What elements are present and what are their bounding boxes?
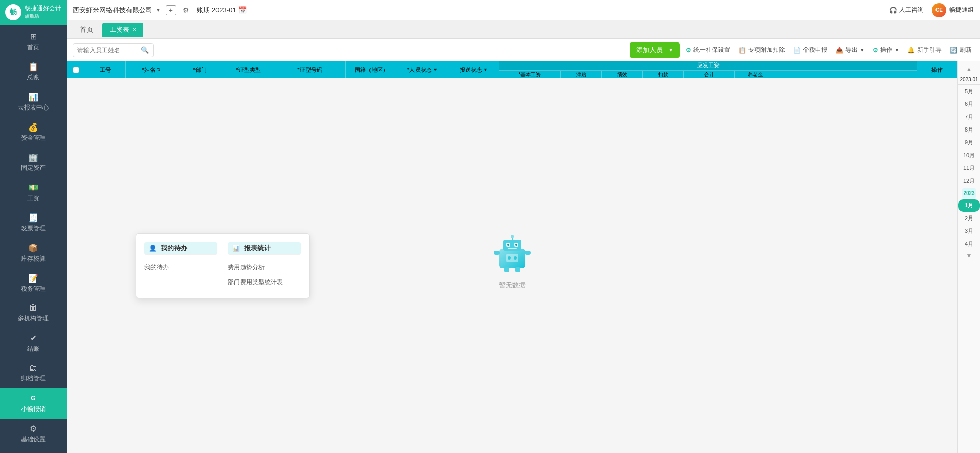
tabbar: 首页 工资表 × <box>67 20 980 39</box>
calendar-icon[interactable]: 📅 <box>238 6 247 14</box>
svg-point-7 <box>515 244 517 246</box>
sidebar-item-fund[interactable]: 💰 资金管理 <box>0 117 67 147</box>
sidebar-item-label: 资金管理 <box>21 134 46 142</box>
salary-group-label: 应发工资 <box>499 61 917 71</box>
dropdown-col2-title: 📊 报表统计 <box>228 242 301 255</box>
th-checkbox[interactable] <box>67 67 85 73</box>
sidebar-item-report[interactable]: 📊 云报表中心 <box>0 87 67 117</box>
dropdown-item-mywork[interactable]: 我的待办 <box>144 260 217 275</box>
period-display: 账期 2023-01 📅 <box>197 6 247 15</box>
topbar-right: 🎧 人工咨询 CE 畅捷通组 <box>889 3 974 17</box>
dropdown-item-dept-cost[interactable]: 部门费用类型统计表 <box>228 275 301 290</box>
month-item-5[interactable]: 5月 <box>958 85 980 98</box>
service-label: 人工咨询 <box>899 6 924 14</box>
sidebar-item-invoice[interactable]: 🧾 发票管理 <box>0 208 67 238</box>
th-report: 报送状态 ▼ <box>448 61 499 78</box>
select-all-checkbox[interactable] <box>73 67 79 73</box>
logo-text-block: 畅捷通好会计 旗舰版 <box>25 5 61 20</box>
svg-rect-10 <box>525 251 531 255</box>
operation-button[interactable]: ⚙ 操作 ▼ <box>870 46 901 54</box>
status-filter-icon[interactable]: ▼ <box>433 67 438 72</box>
th-idno: *证型号码 <box>274 61 346 78</box>
empty-text: 暂无数据 <box>499 281 526 290</box>
month-panel-down-arrow[interactable]: ▼ <box>964 250 974 262</box>
new-guide-button[interactable]: 🔔 新手引导 <box>905 46 944 54</box>
month-item-9[interactable]: 9月 <box>958 136 980 149</box>
tax-return-icon: 📄 <box>793 47 801 54</box>
sidebar-item-label: 税务管理 <box>21 285 46 293</box>
th-num: 工号 <box>85 61 126 78</box>
report-filter-icon[interactable]: ▼ <box>483 67 488 72</box>
sidebar-item-multi[interactable]: 🏛 多机构管理 <box>0 298 67 328</box>
sidebar-item-inventory[interactable]: 📦 库存核算 <box>0 238 67 268</box>
month-item-8[interactable]: 8月 <box>958 123 980 136</box>
tab-salary-table[interactable]: 工资表 × <box>102 23 143 37</box>
service-button[interactable]: 🎧 人工咨询 <box>889 6 924 14</box>
tab-salary-label: 工资表 <box>110 25 129 34</box>
sidebar-item-ledger[interactable]: 📋 总账 <box>0 57 67 87</box>
avatar: CE <box>932 3 946 17</box>
sidebar-item-asset[interactable]: 🏢 固定资产 <box>0 147 67 178</box>
logo-sub: 旗舰版 <box>25 13 61 20</box>
close-tab-icon[interactable]: × <box>133 26 136 33</box>
social-insurance-button[interactable]: ⚙ 统一社保设置 <box>684 46 732 54</box>
tax-return-button[interactable]: 📄 个税申报 <box>791 46 830 54</box>
sidebar-item-home[interactable]: ⊞ 首页 <box>0 27 67 57</box>
sidebar-nav: ⊞ 首页 📋 总账 📊 云报表中心 💰 资金管理 🏢 固定资产 💵 工资 🧾 发… <box>0 25 67 453</box>
social-insurance-label: 统一社保设置 <box>693 46 730 54</box>
sidebar-item-label: 工资 <box>27 194 39 203</box>
search-input[interactable] <box>77 47 139 54</box>
topbar: 西安虾米网络科技有限公司 ▼ + ⚙ 账期 2023-01 📅 🎧 人工咨询 C… <box>67 0 980 20</box>
dropdown-col1-title: 👤 我的待办 <box>144 242 217 255</box>
th-action: 操作 <box>917 61 957 78</box>
add-company-button[interactable]: + <box>166 5 176 15</box>
month-item-4[interactable]: 4月 <box>958 238 980 250</box>
sidebar-item-archive[interactable]: 🗂 归档管理 <box>0 358 67 388</box>
sidebar-item-tax[interactable]: 📝 税务管理 <box>0 268 67 298</box>
tab-home-label: 首页 <box>80 25 93 34</box>
svg-rect-12 <box>515 267 520 272</box>
sidebar-item-settle[interactable]: ✔ 结账 <box>0 328 67 358</box>
month-panel-up-arrow[interactable]: ▲ <box>964 63 974 75</box>
sidebar-item-basic[interactable]: ⚙ 基础设置 <box>0 419 67 449</box>
home-icon: ⊞ <box>30 32 37 41</box>
new-guide-icon: 🔔 <box>907 47 915 54</box>
sidebar-item-label: 云报表中心 <box>18 103 49 112</box>
dropdown-col-mywork: 👤 我的待办 我的待办 <box>144 242 217 290</box>
th-nation: 国籍（地区） <box>346 61 397 78</box>
month-item-11[interactable]: 11月 <box>958 162 980 175</box>
operation-arrow-icon: ▼ <box>895 48 899 53</box>
th-name: *姓名 ⇅ <box>126 61 177 78</box>
username: 畅捷通组 <box>949 6 974 14</box>
month-item-3[interactable]: 3月 <box>958 225 980 238</box>
special-deduct-button[interactable]: 📋 专项附加扣除 <box>736 46 787 54</box>
table-footer <box>67 445 957 453</box>
th-idtype: *证型类型 <box>223 61 274 78</box>
company-selector[interactable]: 西安虾米网络科技有限公司 ▼ <box>73 6 161 15</box>
name-sort-icon[interactable]: ⇅ <box>157 67 161 72</box>
dropdown-item-cost-trend[interactable]: 费用趋势分析 <box>228 260 301 275</box>
user-button[interactable]: CE 畅捷通组 <box>932 3 974 17</box>
social-insurance-icon: ⚙ <box>686 47 691 54</box>
settle-icon: ✔ <box>30 333 37 343</box>
month-item-6[interactable]: 6月 <box>958 98 980 111</box>
refresh-button[interactable]: 🔄 刷新 <box>948 46 974 54</box>
table-header-container: 工号 *姓名 ⇅ *部门 *证型类型 *证型号码 <box>67 61 957 78</box>
tax-return-label: 个税申报 <box>803 46 827 54</box>
export-button[interactable]: 📤 导出 ▼ <box>834 46 866 54</box>
sidebar-item-xiaochang[interactable]: G 小畅报销 <box>0 388 67 419</box>
sidebar-item-salary[interactable]: 💵 工资 <box>0 178 67 208</box>
add-person-button[interactable]: 添加人员 ▼ <box>630 42 680 58</box>
toolbar: 🔍 添加人员 ▼ ⚙ 统一社保设置 📋 专项附加扣除 📄 个税申报 <box>67 39 980 61</box>
month-item-2[interactable]: 2月 <box>958 212 980 225</box>
month-item-7[interactable]: 7月 <box>958 111 980 123</box>
month-item-10[interactable]: 10月 <box>958 149 980 162</box>
asset-icon: 🏢 <box>28 153 38 162</box>
tab-home[interactable]: 首页 <box>73 23 100 37</box>
sidebar-item-guide[interactable]: ▶ 新手引导 <box>0 449 67 453</box>
sidebar-logo[interactable]: 畅 畅捷通好会计 旗舰版 <box>0 0 67 25</box>
month-item-12[interactable]: 12月 <box>958 175 980 187</box>
settings-button[interactable]: ⚙ <box>181 5 191 15</box>
period-label: 账期 <box>197 6 210 15</box>
month-item-1-active[interactable]: 1月 <box>958 199 980 212</box>
